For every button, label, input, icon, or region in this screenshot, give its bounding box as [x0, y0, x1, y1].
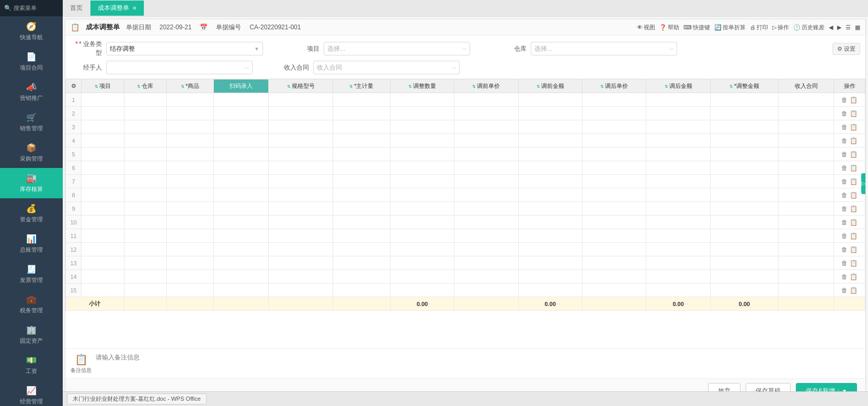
cell-project[interactable]: [82, 229, 124, 243]
cell-after-unit-price[interactable]: [583, 134, 646, 148]
cell-scan[interactable]: [213, 229, 269, 243]
cell-adj-amount[interactable]: [710, 93, 778, 107]
delete-row-icon[interactable]: 🗑: [841, 191, 848, 199]
cell-warehouse[interactable]: [124, 93, 167, 107]
cell-adj-amount[interactable]: [710, 229, 778, 243]
cell-adj-amount[interactable]: [710, 188, 778, 202]
cell-after-amount[interactable]: [646, 107, 710, 120]
table-row[interactable]: 10 🗑 📋: [66, 216, 865, 229]
table-row[interactable]: 14 🗑 📋: [66, 270, 865, 284]
taskbar-item[interactable]: 木门行业好业财处理方案-墓红红.doc - WPS Office: [67, 393, 207, 404]
cell-goods[interactable]: [167, 134, 214, 148]
cell-project[interactable]: [82, 134, 124, 148]
delete-row-icon[interactable]: 🗑: [841, 151, 848, 158]
cell-before-unit-price[interactable]: [454, 120, 518, 134]
cell-adj-amount[interactable]: [710, 202, 778, 216]
cell-adj-amount[interactable]: [710, 270, 778, 284]
cell-adj-qty[interactable]: [390, 134, 454, 148]
sidebar-item-ledger-mgmt[interactable]: 📊 总账管理: [0, 229, 63, 259]
cell-warehouse[interactable]: [124, 270, 167, 284]
cell-after-amount[interactable]: [646, 256, 710, 270]
cell-goods[interactable]: [167, 229, 214, 243]
table-row[interactable]: 8 🗑 📋: [66, 188, 865, 202]
sidebar-item-project-contract[interactable]: 📄 项目合同: [0, 47, 63, 77]
copy-row-icon[interactable]: 📋: [850, 137, 858, 144]
cell-goods[interactable]: [167, 161, 214, 175]
window-close-button[interactable]: ✕: [855, 24, 861, 32]
delete-row-icon[interactable]: 🗑: [841, 123, 848, 131]
cell-project[interactable]: [82, 256, 124, 270]
side-handle[interactable]: ▷: [861, 173, 865, 194]
nav-next-icon[interactable]: ▶: [837, 24, 841, 31]
cell-project[interactable]: [82, 243, 124, 256]
cell-income-contract[interactable]: [779, 107, 834, 120]
cell-project[interactable]: [82, 120, 124, 134]
cell-warehouse[interactable]: [124, 148, 167, 161]
cell-adj-qty[interactable]: [390, 161, 454, 175]
cell-after-unit-price[interactable]: [583, 120, 646, 134]
cell-warehouse[interactable]: [124, 107, 167, 120]
cell-goods[interactable]: [167, 256, 214, 270]
cell-scan[interactable]: [213, 270, 269, 284]
copy-row-icon[interactable]: 📋: [850, 219, 858, 226]
cell-adj-qty[interactable]: [390, 148, 454, 161]
cell-project[interactable]: [82, 202, 124, 216]
cell-spec[interactable]: [269, 188, 333, 202]
cell-spec[interactable]: [269, 256, 333, 270]
sidebar-item-quick-nav[interactable]: 🧭 快速导航: [0, 16, 63, 47]
cell-after-unit-price[interactable]: [583, 202, 646, 216]
table-row[interactable]: 4 🗑 📋: [66, 134, 865, 148]
income-contract-input[interactable]: 收入合同 ···: [313, 61, 460, 74]
sidebar-item-ops-mgmt[interactable]: 📈 经营管理: [0, 380, 63, 406]
cell-project[interactable]: [82, 175, 124, 188]
cell-unit[interactable]: [333, 202, 390, 216]
cell-after-unit-price[interactable]: [583, 229, 646, 243]
cell-before-amount[interactable]: [518, 284, 582, 297]
copy-row-icon[interactable]: 📋: [850, 246, 858, 253]
cell-adj-qty[interactable]: [390, 202, 454, 216]
cell-goods[interactable]: [167, 93, 214, 107]
cell-spec[interactable]: [269, 284, 333, 297]
project-input[interactable]: 选择... ···: [324, 42, 470, 55]
cell-unit[interactable]: [333, 229, 390, 243]
cell-before-amount[interactable]: [518, 229, 582, 243]
cell-project[interactable]: [82, 216, 124, 229]
cell-spec[interactable]: [269, 175, 333, 188]
cell-unit[interactable]: [333, 188, 390, 202]
cell-goods[interactable]: [167, 148, 214, 161]
copy-row-icon[interactable]: 📋: [850, 123, 858, 131]
cell-spec[interactable]: [269, 93, 333, 107]
cell-unit[interactable]: [333, 161, 390, 175]
sidebar-item-sales-mgmt[interactable]: 🛒 销售管理: [0, 107, 63, 138]
cell-spec[interactable]: [269, 243, 333, 256]
cell-unit[interactable]: [333, 120, 390, 134]
sidebar-item-sales-promo[interactable]: 📣 营销推广: [0, 77, 63, 107]
cell-spec[interactable]: [269, 229, 333, 243]
cell-warehouse[interactable]: [124, 243, 167, 256]
cell-spec[interactable]: [269, 161, 333, 175]
cell-after-unit-price[interactable]: [583, 188, 646, 202]
print-action[interactable]: 🖨 打印: [750, 24, 768, 31]
cell-goods[interactable]: [167, 216, 214, 229]
cell-spec[interactable]: [269, 148, 333, 161]
cell-adj-qty[interactable]: [390, 229, 454, 243]
cell-scan[interactable]: [213, 256, 269, 270]
cell-warehouse[interactable]: [124, 134, 167, 148]
copy-row-icon[interactable]: 📋: [850, 260, 858, 267]
cell-unit[interactable]: [333, 134, 390, 148]
cell-project[interactable]: [82, 270, 124, 284]
cell-spec[interactable]: [269, 216, 333, 229]
cell-scan[interactable]: [213, 107, 269, 120]
cell-before-unit-price[interactable]: [454, 216, 518, 229]
delete-row-icon[interactable]: 🗑: [841, 164, 848, 172]
sidebar-item-fixed-assets[interactable]: 🏢 固定资产: [0, 320, 63, 350]
cell-adj-amount[interactable]: [710, 107, 778, 120]
cell-spec[interactable]: [269, 120, 333, 134]
cell-income-contract[interactable]: [779, 175, 834, 188]
delete-row-icon[interactable]: 🗑: [841, 260, 848, 267]
cell-before-unit-price[interactable]: [454, 107, 518, 120]
shortcut-action[interactable]: ⌨ 快捷键: [683, 24, 710, 31]
cell-before-amount[interactable]: [518, 161, 582, 175]
cell-before-unit-price[interactable]: [454, 284, 518, 297]
cell-before-amount[interactable]: [518, 256, 582, 270]
